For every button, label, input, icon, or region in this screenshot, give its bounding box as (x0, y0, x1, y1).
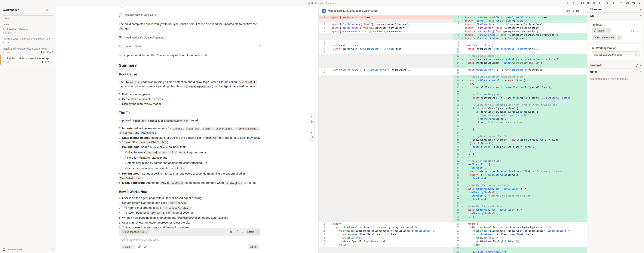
diff-row: 56+ const handlePlanClose = useCallback(… (453, 208, 587, 212)
working-branch-input[interactable]: vk/3ccf-explore-the-code (592, 52, 640, 58)
open-pull-request-button[interactable]: Open pull request (592, 35, 616, 40)
workspace-title: Explore the codebase I want you to exp (3, 57, 54, 60)
collapse-up-icon[interactable] (572, 2, 575, 5)
message-placeholder: Continue working on this task... (121, 238, 259, 241)
theme-icon[interactable] (587, 2, 590, 5)
tool-call-row[interactable]: npm run build 2>&1 | tail -80 (119, 13, 261, 17)
inline-code: invoke<PlanItem[]>('get_all_plans') (132, 151, 186, 154)
play-icon[interactable] (310, 131, 313, 134)
diff-row: 24+ const pendingPlans = allPlans.filter… (453, 96, 587, 100)
todos-status-icon[interactable] (235, 230, 238, 234)
diff-filler-row (318, 19, 453, 23)
workspace-time: 7h ago (3, 51, 10, 54)
workspace-item[interactable]: Explore the codebase35m ago (0, 26, 56, 36)
expand-icon[interactable] (636, 64, 638, 67)
diff-file-path: /medusa/medusa/src/pages/Agent.tsx (328, 10, 378, 12)
branch-dropdown[interactable]: master (592, 28, 611, 33)
clipped-tool-icon (119, 7, 123, 8)
archive-count: 0 (52, 248, 54, 251)
diff-row: 2import { ChatInterface } from "@/compon… (318, 23, 453, 26)
pr-options-dropdown[interactable] (617, 35, 622, 40)
edit-icon[interactable] (634, 53, 638, 56)
diff-row: 27+ for (const plan of pendingPlans) { (453, 107, 587, 110)
diff-row: 47+ }, [loadPlans]); (453, 176, 587, 180)
more-options-icon[interactable]: … (637, 29, 640, 32)
collapse-file-icon[interactable] (581, 10, 584, 12)
workspace-item[interactable]: Create Good First Issues on Github So p6… (0, 36, 56, 46)
copy-icon[interactable] (310, 120, 313, 123)
tool-call-row[interactable]: Updated Todos (119, 44, 261, 48)
menu-icon[interactable] (620, 2, 623, 5)
fork-icon[interactable] (310, 136, 313, 139)
diff-filler-row (318, 89, 453, 93)
workspace-time: 35m ago (3, 32, 12, 34)
additions-count: +61 (140, 230, 144, 233)
chevron-down-icon[interactable] (258, 44, 261, 48)
chat-scroll-area[interactable]: npm run build 2>&1 | tail -80The build c… (56, 6, 318, 230)
diff-row: 57+ setPendingPlan(null); (453, 212, 587, 215)
notes-input[interactable]: Add notes about this workspace... (587, 75, 644, 82)
files-changed-badge[interactable]: 2 files changed +61 -3 (121, 230, 149, 234)
notes-section-header[interactable]: Notes ▾ (587, 69, 644, 75)
megaphone-icon[interactable] (626, 2, 629, 5)
terminal-icon[interactable] (599, 2, 602, 5)
diff-filler-row (318, 201, 453, 205)
bullet-item: •Calls invoke<PlanItem[]>('get_all_plans… (119, 150, 261, 154)
diff-file-header[interactable]: TS /medusa/medusa/src/pages/Agent.tsx +5… (318, 6, 587, 16)
drag-handle-icon[interactable] (310, 115, 313, 118)
search-input[interactable]: Search... (2, 16, 54, 21)
changes-section-header[interactable]: Changes ▸ (587, 6, 644, 12)
monitor-icon[interactable] (605, 2, 608, 5)
changes-label: Changes (590, 8, 602, 11)
diff-filler-row (318, 184, 453, 187)
attach-icon[interactable] (138, 245, 141, 248)
sparkle-icon[interactable] (230, 230, 232, 234)
chat-heading: The Fix (119, 111, 261, 115)
terminal-section-header[interactable]: Terminal ▸ (587, 62, 644, 69)
pause-icon[interactable] (566, 2, 569, 5)
latest-label: Latest (248, 230, 254, 233)
files-count: 2 (42, 60, 46, 63)
new-workspace-icon[interactable] (50, 8, 54, 12)
diff-row: 1+import { useState, useEffect, useRef, … (453, 16, 587, 19)
chevron-down-icon (131, 246, 134, 248)
model-dropdown[interactable]: Default (121, 244, 135, 249)
tool-call-label: Read medusa/src/pages/Agent.tsx (124, 36, 165, 39)
diff-row: 12 <div className="flex flex-col h-scree… (318, 226, 453, 229)
settings-icon[interactable] (638, 2, 641, 5)
diff-row: 6const Agent = () => { (318, 44, 453, 47)
diff-row: 60 return ( (453, 222, 587, 226)
view-archive-button[interactable]: View Archive 0 (0, 246, 56, 253)
diff-row: 9 const toggleSidebar = () => setSidebar… (318, 68, 453, 72)
diff-filler-row (318, 187, 453, 191)
chat-paragraph: The Agent.tsx page was missing all plan … (119, 80, 261, 88)
diff-row: 29+ // New plan detected - open the moda… (453, 114, 587, 117)
split-icon[interactable] (310, 126, 313, 128)
inline-code: PlanItem (119, 131, 133, 134)
inline-code: PlanReviewModal (234, 127, 259, 130)
diff-row: 3import { ChatInterface } from "@/compon… (453, 23, 587, 26)
help-icon[interactable] (632, 2, 635, 5)
split-view-icon[interactable] (576, 10, 579, 12)
sidebar-title: Workspaces (3, 8, 19, 12)
workspace-item[interactable]: Explore the codebase I want you to exp7h… (0, 55, 56, 64)
message-input[interactable]: Continue working on this task... Default… (119, 236, 261, 251)
tool-call-row[interactable]: Read medusa/src/pages/Agent.tsx (119, 36, 261, 39)
inline-code: Agent.tsx (125, 80, 140, 84)
layers-icon[interactable] (46, 8, 48, 12)
git-compare-icon[interactable] (593, 2, 596, 5)
panel-left-icon[interactable] (581, 2, 584, 5)
window-title: vk/3ccf-explore-the-code (308, 0, 336, 6)
send-button[interactable]: Send (248, 244, 259, 250)
workspace-item[interactable]: Install and integrate Vibe Kanban Web7h … (0, 46, 56, 55)
working-branch-value: vk/3ccf-explore-the-code (594, 53, 622, 56)
panel-right-icon[interactable] (611, 2, 614, 5)
diff-filler-row (318, 205, 453, 208)
diff-row: 33+ } (453, 128, 587, 132)
git-section-header[interactable]: Git ▾ (587, 12, 644, 19)
workspace-time: 6h ago (3, 41, 10, 44)
working-branch-label: Working Branch (596, 46, 616, 50)
latest-dropdown[interactable]: Latest (246, 230, 259, 234)
diff-row: 7+import { PlanItem, PlanStatus } from "… (453, 37, 587, 40)
pen-icon[interactable] (144, 245, 147, 248)
